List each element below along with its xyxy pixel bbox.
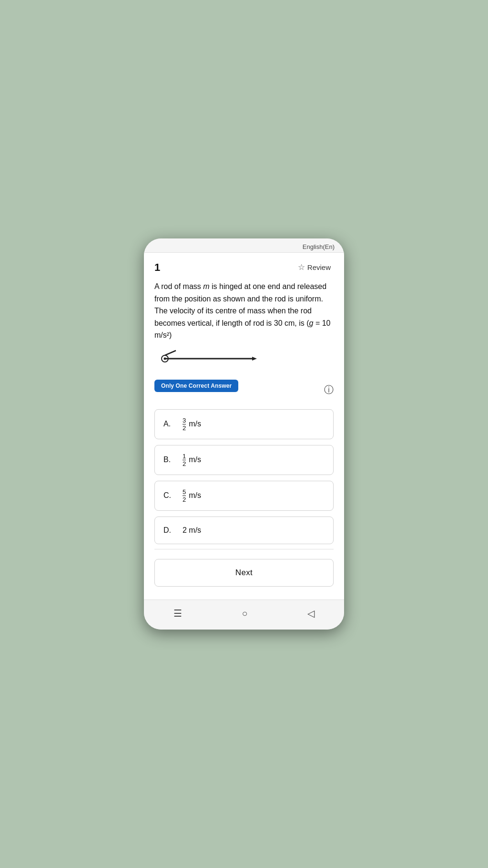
- next-button[interactable]: Next: [154, 559, 334, 587]
- nav-bar: ☰ ○ ◁: [144, 599, 344, 630]
- option-d[interactable]: D. 2 m/s: [154, 517, 334, 544]
- options-list: A. 3 2 m/s B. 1 2 m/s: [154, 409, 334, 544]
- menu-nav-button[interactable]: ☰: [165, 605, 191, 622]
- back-nav-button[interactable]: ◁: [299, 605, 323, 622]
- svg-line-2: [165, 351, 176, 355]
- content-area: 1 ☆ Review A rod of mass m is hinged at …: [144, 253, 344, 599]
- option-c[interactable]: C. 5 2 m/s: [154, 481, 334, 511]
- option-d-label: D.: [163, 526, 175, 535]
- question-header: 1 ☆ Review: [154, 261, 334, 274]
- top-bar: English(En): [144, 238, 344, 253]
- option-a-label: A.: [163, 420, 175, 428]
- option-b-denominator: 2: [183, 460, 186, 467]
- rod-diagram: [159, 348, 254, 371]
- phone-frame: English(En) 1 ☆ Review A rod of mass m i…: [144, 238, 344, 630]
- home-nav-button[interactable]: ○: [233, 605, 256, 622]
- divider: [154, 549, 334, 549]
- option-b[interactable]: B. 1 2 m/s: [154, 445, 334, 475]
- review-button[interactable]: ☆ Review: [295, 261, 334, 273]
- option-b-value: 1 2 m/s: [183, 453, 201, 467]
- option-a-denominator: 2: [183, 424, 186, 431]
- option-a-numerator: 3: [183, 417, 186, 424]
- option-a-fraction: 3 2: [183, 417, 186, 431]
- info-button[interactable]: ⓘ: [324, 383, 334, 396]
- rod-svg: [159, 348, 259, 372]
- option-a[interactable]: A. 3 2 m/s: [154, 409, 334, 439]
- option-d-value: 2 m/s: [183, 526, 201, 535]
- menu-icon: ☰: [173, 608, 182, 619]
- question-number: 1: [154, 261, 160, 274]
- option-c-numerator: 5: [183, 489, 186, 496]
- option-c-label: C.: [163, 491, 175, 500]
- language-label: English(En): [303, 243, 335, 250]
- star-icon: ☆: [298, 262, 305, 272]
- option-b-numerator: 1: [183, 453, 186, 460]
- review-label: Review: [307, 263, 331, 271]
- answer-type-badge: Only One Correct Answer: [154, 380, 238, 392]
- back-icon: ◁: [307, 608, 315, 619]
- option-b-label: B.: [163, 455, 175, 464]
- option-a-value: 3 2 m/s: [183, 417, 201, 431]
- info-icon: ⓘ: [324, 384, 334, 395]
- home-icon: ○: [242, 608, 247, 619]
- option-c-fraction: 5 2: [183, 489, 186, 503]
- option-c-value: 5 2 m/s: [183, 489, 201, 503]
- option-c-denominator: 2: [183, 496, 186, 503]
- question-text: A rod of mass m is hinged at one end and…: [154, 280, 334, 341]
- option-b-fraction: 1 2: [183, 453, 186, 467]
- svg-marker-4: [252, 357, 257, 361]
